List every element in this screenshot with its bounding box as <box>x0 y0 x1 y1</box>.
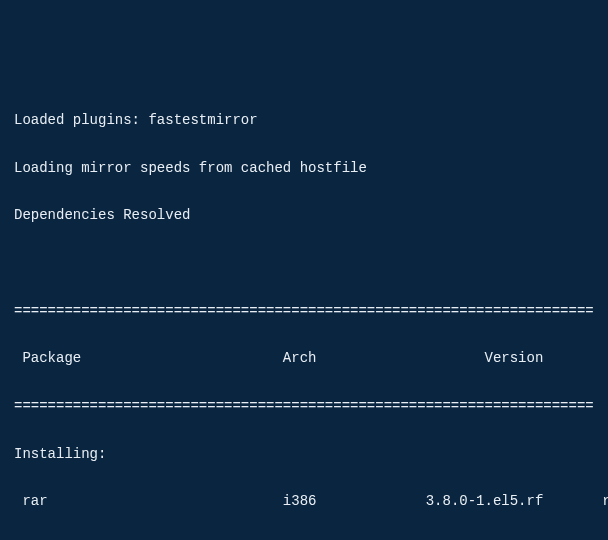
separator-mid: ========================================… <box>14 395 594 419</box>
pkg-version: 3.8.0-1.el5.rf <box>426 493 544 509</box>
pkg-arch: i386 <box>283 493 317 509</box>
installing-label: Installing: <box>14 443 594 467</box>
blank-line <box>14 252 594 276</box>
mirror-line: Loading mirror speeds from cached hostfi… <box>14 157 594 181</box>
package-row: rar i386 3.8.0-1.el5.rf rpmf <box>14 490 594 514</box>
col-package: Package <box>14 350 81 366</box>
col-arch: Arch <box>283 350 317 366</box>
pkg-name: rar <box>14 493 48 509</box>
col-version: Version <box>485 350 544 366</box>
table-header: Package Arch Version <box>14 347 594 371</box>
plugins-line: Loaded plugins: fastestmirror <box>14 109 594 133</box>
pkg-repo: rpmf <box>602 493 608 509</box>
deps-line: Dependencies Resolved <box>14 204 594 228</box>
separator-top: ========================================… <box>14 300 594 324</box>
